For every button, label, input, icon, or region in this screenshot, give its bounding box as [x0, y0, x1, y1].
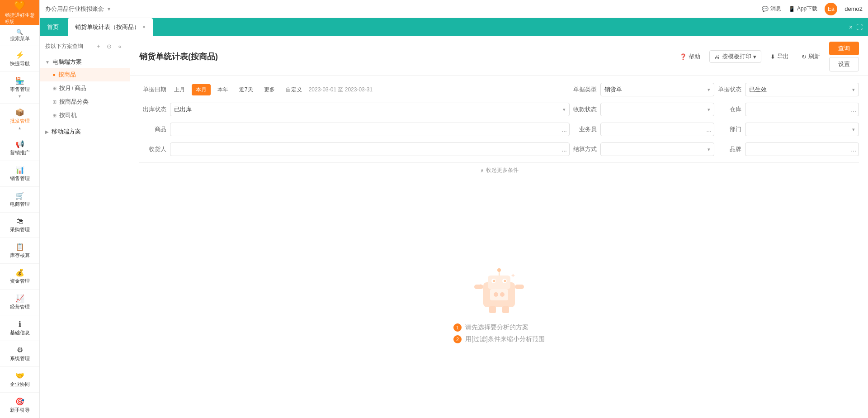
date-tab-custom[interactable]: 自定义 — [282, 84, 306, 95]
topbar-arrow[interactable]: ▾ — [108, 6, 110, 12]
staff-dots[interactable]: ... — [706, 126, 712, 133]
ecommerce-icon: 🛒 — [15, 191, 24, 200]
print-btn[interactable]: 🖨 按模板打印 ▾ — [709, 50, 761, 63]
help-btn[interactable]: ❓ 帮助 — [676, 51, 704, 62]
hint-text-2: 用[过滤]条件来缩小分析范围 — [465, 335, 545, 343]
tab-home[interactable]: 首页 — [40, 18, 66, 36]
export-icon: ⬇ — [770, 53, 775, 60]
sidebar-item-basicinfo[interactable]: ℹ 基础信息 — [0, 315, 39, 341]
date-tab-more[interactable]: 更多 — [260, 84, 279, 95]
sidebar-item-system[interactable]: ⚙ 系统管理 — [0, 341, 39, 367]
empty-hints: 1 请先选择要分析的方案 2 用[过滤]条件来缩小分析范围 — [453, 323, 545, 343]
sidebar-item-guide[interactable]: 🎯 新手引导 — [0, 393, 39, 418]
warehouse-dots[interactable]: ... — [851, 106, 856, 113]
svg-rect-14 — [502, 306, 509, 313]
search-menu-item[interactable]: 🔍 搜索菜单 — [0, 25, 39, 46]
mobile-scheme-header[interactable]: ▶ 移动端方案 — [40, 126, 130, 138]
username[interactable]: demo2 — [844, 5, 863, 12]
pc-scheme-header[interactable]: ▼ 电脑端方案 — [40, 56, 130, 68]
tabbar: 首页 销货单统计表（按商品） × × ⛶ — [40, 18, 868, 36]
mobile-scheme-arrow: ▶ — [45, 129, 49, 134]
wholesale-icon: 📦 — [15, 108, 24, 117]
user-avatar[interactable]: Ea — [825, 3, 837, 15]
sidebar-item-sales[interactable]: 📊 销售管理 — [0, 161, 39, 187]
out-dropdown[interactable]: 已出库 ▾ — [170, 103, 570, 116]
goods-dots[interactable]: ... — [561, 126, 567, 133]
print-label: 按模板打印 — [722, 52, 751, 61]
goods-control: ... — [170, 123, 570, 136]
sidebar-item-operations[interactable]: 📈 经营管理 — [0, 290, 39, 315]
payment-dropdown[interactable]: ▾ — [600, 142, 714, 156]
type-dropdown[interactable]: 销货单 ▾ — [600, 83, 714, 96]
receiver-input[interactable] — [170, 142, 570, 156]
help-label: 帮助 — [689, 52, 700, 61]
filter-row-4: 收货人 ... 结算方式 ▾ — [139, 142, 859, 156]
hint-number-1: 1 — [453, 323, 462, 332]
svg-point-4 — [493, 280, 495, 282]
status-dropdown[interactable]: 已生效 ▾ — [745, 83, 859, 96]
dept-dropdown[interactable]: ▾ — [745, 123, 859, 136]
scheme-item-month-goods[interactable]: ⊞ 按月+商品 — [40, 81, 130, 95]
out-control: 已出库 ▾ — [170, 103, 570, 116]
add-scheme-btn[interactable]: ＋ — [94, 42, 103, 51]
tab-active[interactable]: 销货单统计表（按商品） × — [68, 18, 153, 36]
scheme-item-by-goods[interactable]: ● 按商品 — [40, 68, 130, 81]
export-btn[interactable]: ⬇ 导出 — [767, 51, 793, 62]
scheme-item-category-label: 按商品分类 — [59, 98, 89, 106]
receiver-dots[interactable]: ... — [561, 146, 567, 153]
goods-input[interactable] — [170, 123, 570, 136]
sidebar-item-collab[interactable]: 🤝 企业协同 — [0, 367, 39, 393]
collapse-bar[interactable]: ∧ 收起更多条件 — [139, 162, 859, 180]
tab-close-icon[interactable]: × — [142, 24, 146, 30]
staff-input[interactable] — [600, 123, 714, 136]
sidebar-item-wholesale[interactable]: 📦 批发管理 ▴ — [0, 104, 39, 135]
filter-staff: 业务员 ... — [570, 123, 714, 136]
app-download-action[interactable]: 📱 App下载 — [788, 5, 817, 13]
filter-warehouse: 仓库 ... — [714, 103, 859, 116]
sidebar-item-inventory[interactable]: 📋 库存核算 — [0, 238, 39, 264]
date-tab-this-month[interactable]: 本月 — [192, 84, 211, 95]
query-button[interactable]: 查询 — [829, 42, 859, 55]
brand-dots[interactable]: ... — [851, 146, 856, 153]
dept-label: 部门 — [714, 125, 741, 133]
pc-scheme-label: 电脑端方案 — [52, 58, 82, 66]
marketing-icon: 📢 — [15, 140, 24, 148]
sidebar-item-retail[interactable]: 🏪 零售管理 ▾ — [0, 72, 39, 104]
mobile-scheme-group: ▶ 移动端方案 — [40, 124, 130, 139]
filter-out-status: 出库状态 已出库 ▾ — [139, 103, 570, 116]
scheme-item-category[interactable]: ⊞ 按商品分类 — [40, 95, 130, 109]
sidebar-item-quicknav[interactable]: ⚡ 快捷导航 — [0, 46, 39, 72]
date-tab-7days[interactable]: 近7天 — [235, 84, 257, 95]
scheme-tree: ▼ 电脑端方案 ● 按商品 ⊞ 按月+商品 ⊞ 按商品分类 — [40, 54, 130, 139]
brand-input[interactable] — [745, 142, 859, 156]
svg-point-5 — [504, 280, 506, 282]
collection-dropdown[interactable]: ▾ — [600, 103, 714, 116]
empty-state: ✦ ✦ 1 请先选择要分析的方案 2 用[过滤]条件来缩小分析范围 — [130, 187, 868, 418]
svg-point-10 — [500, 292, 505, 297]
warehouse-input[interactable] — [745, 103, 859, 116]
sidebar-item-marketing[interactable]: 📢 营销推广 — [0, 135, 39, 161]
inventory-icon: 📋 — [15, 242, 24, 251]
message-action[interactable]: 💬 消息 — [762, 5, 781, 13]
empty-illustration: ✦ ✦ — [472, 262, 526, 316]
edit-scheme-btn[interactable]: ⊙ — [104, 42, 113, 51]
wholesale-arrow: ▴ — [19, 125, 21, 130]
sidebar-item-finance[interactable]: 💰 资金管理 — [0, 264, 39, 290]
refresh-btn[interactable]: ↻ 刷新 — [798, 51, 824, 62]
sidebar-item-purchase[interactable]: 🛍 采购管理 — [0, 213, 39, 238]
date-tab-this-year[interactable]: 本年 — [213, 84, 232, 95]
tab-maximize-btn[interactable]: ⛶ — [856, 24, 863, 31]
app-logo[interactable]: 🧡 畅捷通好生意标版 — [0, 0, 40, 25]
collapse-panel-btn[interactable]: « — [115, 42, 124, 51]
page-title: 销货单统计表(按商品) — [139, 51, 218, 62]
sidebar-item-ecommerce[interactable]: 🛒 电商管理 — [0, 187, 39, 213]
panel-actions: ＋ ⊙ « — [94, 42, 124, 51]
scheme-item-driver[interactable]: ⊞ 按司机 — [40, 109, 130, 122]
tab-close-btn[interactable]: × — [849, 24, 853, 31]
warehouse-label: 仓库 — [714, 105, 741, 114]
date-tab-last-month[interactable]: 上月 — [170, 84, 189, 95]
settings-button[interactable]: 设置 — [829, 57, 859, 71]
content-area: 按以下方案查询 ＋ ⊙ « ▼ 电脑端方案 ● 按商品 — [40, 36, 868, 418]
svg-point-7 — [497, 268, 501, 272]
payment-dropdown-icon: ▾ — [708, 147, 710, 152]
